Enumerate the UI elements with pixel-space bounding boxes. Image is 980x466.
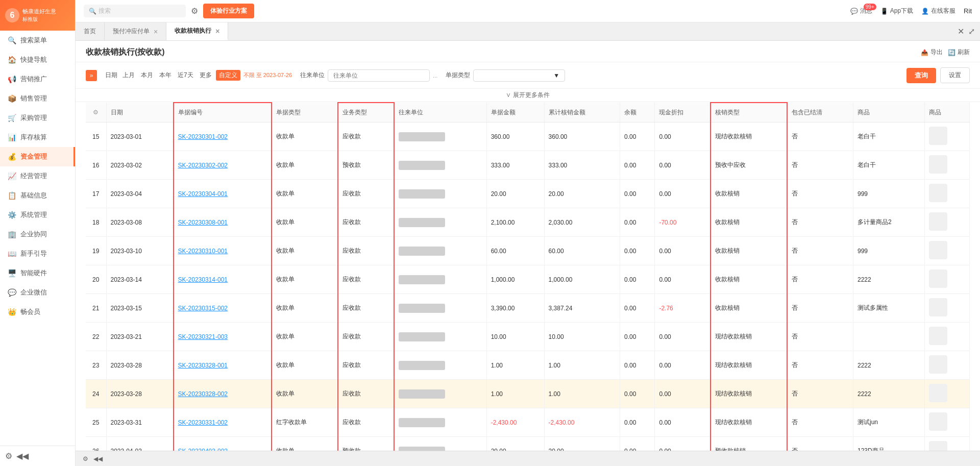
table-settings-icon[interactable]: ⚙ <box>93 109 99 116</box>
row-product-img <box>924 265 969 294</box>
footer-settings-icon[interactable]: ⚙ <box>83 455 88 462</box>
doc-type-select[interactable]: ▼ <box>473 69 565 82</box>
sidebar-item-wechat[interactable]: 💬企业微信 <box>0 283 75 302</box>
row-docno[interactable]: SK-20230301-002 <box>174 122 272 151</box>
date-option-本年[interactable]: 本年 <box>157 70 174 81</box>
message-badge[interactable]: 💬 消息 99+ <box>850 7 872 15</box>
row-biztype: 应收款 <box>338 294 394 323</box>
table-row: 242023-03-28SK-20230328-002收款单应收款██████1… <box>86 380 970 408</box>
filter-settings-button[interactable]: 设置 <box>940 67 970 83</box>
row-cancel-type: 现结收款核销 <box>710 122 787 151</box>
tab-receipt-cancel[interactable]: 收款核销执行× <box>166 22 228 40</box>
doc-link[interactable]: SK-20230304-001 <box>178 190 228 198</box>
doc-link[interactable]: SK-20230321-003 <box>178 333 228 340</box>
row-docno[interactable]: SK-20230310-001 <box>174 237 272 265</box>
sidebar-item-inventory[interactable]: 📊库存核算 <box>0 128 75 147</box>
row-docno[interactable]: SK-20230302-002 <box>174 151 272 180</box>
sidebar-item-hardware[interactable]: 🖥️智能硬件 <box>0 263 75 283</box>
row-product-img <box>924 208 969 237</box>
sidebar-item-sales[interactable]: 📦销售管理 <box>0 89 75 108</box>
topbar-settings-icon[interactable]: ⚙ <box>191 6 198 16</box>
sidebar-item-purchase[interactable]: 🛒采购管理 <box>0 108 75 128</box>
tab-payable[interactable]: 预付冲应付单× <box>105 22 166 40</box>
sidebar-item-shortcut[interactable]: 🏠快捷导航 <box>0 50 75 69</box>
row-docno[interactable]: SK-20230304-001 <box>174 180 272 208</box>
sidebar-item-marketing[interactable]: 📢营销推广 <box>0 69 75 89</box>
product-image <box>929 269 947 288</box>
date-option-本月[interactable]: 本月 <box>139 70 155 81</box>
settings-bottom-icon[interactable]: ⚙ <box>5 451 12 461</box>
more-options[interactable]: ... <box>433 72 437 79</box>
sidebar-item-enterprise[interactable]: 🏢企业协同 <box>0 225 75 244</box>
refresh-icon: 🔄 <box>948 49 955 56</box>
row-product1: 123D商品 <box>853 437 924 451</box>
solution-button[interactable]: 体验行业方案 <box>203 4 254 18</box>
row-cancel-type: 预收中应收 <box>710 151 787 180</box>
tab-home[interactable]: 首页 <box>76 22 105 40</box>
tab-close-receipt-cancel[interactable]: × <box>215 27 219 35</box>
online-service[interactable]: 👤 在线客服 <box>921 7 955 15</box>
col-header-0: ⚙ <box>86 103 106 122</box>
tab-label-payable: 预付冲应付单 <box>113 27 150 36</box>
query-button[interactable]: 查询 <box>906 68 936 83</box>
row-biztype: 预收款 <box>338 437 394 451</box>
col-header-7: 累计核销金额 <box>544 103 620 122</box>
expand-tabs-icon[interactable]: ⤢ <box>968 27 975 36</box>
date-option-custom[interactable]: 自定义 <box>216 70 240 81</box>
doc-link[interactable]: SK-20230308-001 <box>178 219 228 226</box>
row-docno[interactable]: SK-20230321-003 <box>174 323 272 351</box>
date-option-更多[interactable]: 更多 <box>198 70 214 81</box>
row-docno[interactable]: SK-20230328-002 <box>174 380 272 408</box>
close-all-tabs-icon[interactable]: ✕ <box>958 27 964 36</box>
doc-type-filter: 单据类型 ▼ <box>446 69 565 82</box>
footer-left-icon[interactable]: ◀◀ <box>93 455 103 462</box>
user-avatar[interactable]: Rit <box>964 7 972 15</box>
row-docno[interactable]: SK-20230328-001 <box>174 351 272 380</box>
doc-link[interactable]: SK-20230331-002 <box>178 419 228 426</box>
doc-link[interactable]: SK-20230302-002 <box>178 162 228 169</box>
expand-conditions[interactable]: ∨ 展开更多条件 <box>76 89 980 102</box>
counterpart-input[interactable] <box>328 69 430 82</box>
doc-link[interactable]: SK-20230314-001 <box>178 276 228 283</box>
row-date: 2023-04-03 <box>106 437 174 451</box>
sidebar-item-member[interactable]: 👑畅会员 <box>0 302 75 322</box>
main-area: 🔍 搜索 ⚙ 体验行业方案 💬 消息 99+ 📱 App下载 👤 在线客服 Ri… <box>76 0 980 466</box>
doc-link[interactable]: SK-20230310-001 <box>178 248 228 255</box>
row-product-img <box>924 122 969 151</box>
sidebar-item-basic[interactable]: 📋基础信息 <box>0 186 75 205</box>
doc-link[interactable]: SK-20230328-001 <box>178 362 228 369</box>
sidebar-item-operation[interactable]: 📈经营管理 <box>0 166 75 186</box>
row-docno[interactable]: SK-20230331-002 <box>174 408 272 437</box>
export-button[interactable]: 📤 导出 <box>921 48 943 57</box>
date-option-近7天[interactable]: 近7天 <box>176 70 195 81</box>
doc-link[interactable]: SK-20230315-002 <box>178 305 228 312</box>
filter-toggle[interactable]: » <box>86 70 97 81</box>
collapse-icon[interactable]: ◀◀ <box>16 451 29 461</box>
sidebar-item-system[interactable]: ⚙️系统管理 <box>0 205 75 225</box>
row-discount: -2.76 <box>655 294 710 323</box>
row-docno[interactable]: SK-20230314-001 <box>174 265 272 294</box>
row-date: 2023-03-15 <box>106 294 174 323</box>
topbar-search[interactable]: 🔍 搜索 <box>84 5 186 17</box>
expand-icon: ∨ <box>506 91 511 99</box>
row-product-img <box>924 351 969 380</box>
row-docno[interactable]: SK-20230315-002 <box>174 294 272 323</box>
row-accumulated: 1.00 <box>544 351 620 380</box>
sidebar-item-guide[interactable]: 📖新手引导 <box>0 244 75 263</box>
row-accumulated: 333.00 <box>544 151 620 180</box>
tab-close-payable[interactable]: × <box>154 28 158 36</box>
doc-link[interactable]: SK-20230301-002 <box>178 133 228 140</box>
row-docno[interactable]: SK-20230403-002 <box>174 437 272 451</box>
app-download[interactable]: 📱 App下载 <box>880 7 913 15</box>
row-accumulated: 2,030.00 <box>544 208 620 237</box>
sidebar-item-search[interactable]: 🔍搜索菜单 <box>0 31 75 50</box>
doc-link[interactable]: SK-20230328-002 <box>178 390 228 398</box>
refresh-button[interactable]: 🔄 刷新 <box>948 48 970 57</box>
row-amount: 20.00 <box>486 437 544 451</box>
sidebar-item-finance[interactable]: 💰资金管理 <box>0 147 75 166</box>
row-balance: 0.00 <box>620 408 655 437</box>
row-docno[interactable]: SK-20230308-001 <box>174 208 272 237</box>
content-area: 收款核销执行(按收款) 📤 导出 🔄 刷新 » 日期 上月 <box>76 41 980 451</box>
row-amount: 60.00 <box>486 237 544 265</box>
date-option-上月[interactable]: 上月 <box>120 70 137 81</box>
